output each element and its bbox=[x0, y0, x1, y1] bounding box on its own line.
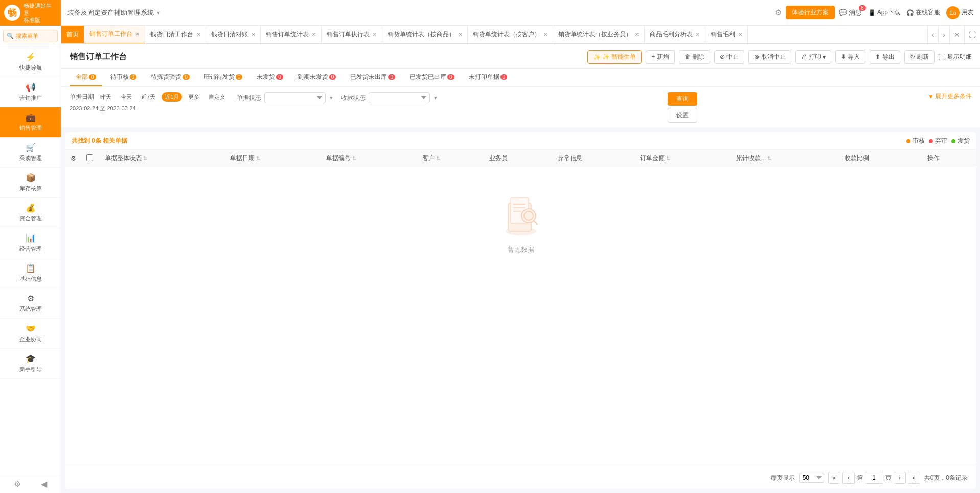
tab-close-sales-stats[interactable]: ✕ bbox=[312, 32, 316, 37]
date-option-昨天[interactable]: 昨天 bbox=[97, 92, 115, 102]
tab-sales-workbench[interactable]: 销售订单工作台✕ bbox=[84, 26, 145, 44]
tab-close-gross-profit[interactable]: ✕ bbox=[696, 32, 700, 37]
collapse-icon[interactable]: ◀ bbox=[41, 479, 47, 489]
messages-btn[interactable]: 💬 消息 6 bbox=[839, 8, 862, 17]
show-detail-checkbox[interactable] bbox=[939, 54, 945, 60]
date-option-今天[interactable]: 今天 bbox=[118, 92, 135, 102]
subtab-not-shipped[interactable]: 未发货0 bbox=[250, 69, 289, 86]
tab-sales-single-customer[interactable]: 销货单统计表（按客户）✕ bbox=[468, 26, 553, 44]
tab-close-cash-daily[interactable]: ✕ bbox=[196, 32, 200, 37]
tab-gross-profit[interactable]: 商品毛利分析表✕ bbox=[645, 26, 705, 44]
tab-sales-exec[interactable]: 销售订单执行表✕ bbox=[322, 26, 382, 44]
review-dot bbox=[906, 139, 910, 143]
sidebar-item-system[interactable]: ⚙系统管理 bbox=[0, 288, 61, 319]
subtab-shipped-not-out[interactable]: 已发货未出库0 bbox=[344, 69, 401, 86]
setting-btn[interactable]: 设置 bbox=[668, 108, 697, 123]
online-service-btn[interactable]: 🎧 在线客服 bbox=[906, 8, 940, 17]
sidebar-item-inventory[interactable]: 📦库存核算 bbox=[0, 168, 61, 198]
subtab-shipped-out[interactable]: 已发货已出库0 bbox=[403, 69, 461, 86]
tab-close-sales-exec[interactable]: ✕ bbox=[373, 32, 377, 37]
review-btn[interactable]: 审核 bbox=[906, 137, 925, 145]
amount-sort-btn[interactable]: 订单金额 bbox=[640, 154, 726, 163]
tab-close-sales-single-staff[interactable]: ✕ bbox=[635, 32, 639, 37]
delete-btn[interactable]: 🗑 删除 bbox=[679, 50, 710, 64]
status-select[interactable] bbox=[264, 92, 326, 103]
tab-close-all-btn[interactable]: ✕ bbox=[949, 26, 964, 44]
sidebar-item-marketing[interactable]: 📢营销推广 bbox=[0, 77, 61, 107]
cancel-review-btn[interactable]: 弃审 bbox=[929, 137, 947, 145]
experience-btn[interactable]: 体验行业方案 bbox=[786, 6, 835, 19]
tab-close-sales-profit[interactable]: ✕ bbox=[738, 32, 742, 37]
column-config-icon[interactable]: ⚙ bbox=[71, 155, 76, 162]
print-btn[interactable]: 🖨 打印 ▾ bbox=[795, 50, 831, 64]
payment-select[interactable] bbox=[369, 92, 430, 103]
next-page-btn[interactable]: › bbox=[894, 472, 906, 484]
sidebar-item-quick-nav[interactable]: ⚡快捷导航 bbox=[0, 47, 61, 77]
sidebar-item-finance[interactable]: 💰资金管理 bbox=[0, 198, 61, 228]
topbar-dropdown-icon[interactable]: ▾ bbox=[157, 9, 160, 16]
show-detail-toggle[interactable]: 显示明细 bbox=[939, 53, 972, 61]
subtab-not-printed[interactable]: 未打印单据0 bbox=[463, 69, 514, 86]
tab-close-sales-workbench[interactable]: ✕ bbox=[135, 31, 140, 37]
tab-close-sales-single-product[interactable]: ✕ bbox=[458, 32, 462, 37]
query-btn[interactable]: 查询 bbox=[668, 92, 697, 106]
tab-close-cash-reconcile[interactable]: ✕ bbox=[251, 32, 255, 37]
date-option-近7天[interactable]: 近7天 bbox=[138, 92, 158, 102]
table-scroll[interactable]: ⚙ 单据整体状态 单据日期 单 bbox=[65, 150, 976, 466]
tab-home[interactable]: 首页 bbox=[61, 26, 84, 44]
tab-next-btn[interactable]: › bbox=[938, 26, 949, 44]
tab-sales-profit[interactable]: 销售毛利✕ bbox=[705, 26, 748, 44]
search-menu-button[interactable]: 🔍 搜索菜单 bbox=[3, 30, 58, 42]
user-menu[interactable]: Ea 用友 bbox=[946, 6, 974, 19]
subtab-wangpu-ship[interactable]: 旺铺待发货0 bbox=[198, 69, 249, 86]
tab-sales-stats[interactable]: 销售订单统计表✕ bbox=[261, 26, 322, 44]
customer-sort-btn[interactable]: 客户 bbox=[422, 154, 479, 163]
import-btn[interactable]: ⬇ 导入 bbox=[835, 50, 865, 64]
tab-cash-reconcile[interactable]: 钱货日清对账✕ bbox=[206, 26, 261, 44]
sidebar-item-guide[interactable]: 🎓新手引导 bbox=[0, 349, 61, 379]
collected-sort-btn[interactable]: 累计收款... bbox=[736, 154, 834, 163]
status-dropdown-icon: ▾ bbox=[330, 95, 333, 101]
page-size-select[interactable]: 10 20 50 100 bbox=[799, 473, 824, 483]
col-config: ⚙ bbox=[65, 150, 81, 167]
date-option-更多[interactable]: 更多 bbox=[185, 92, 202, 102]
date-option-自定义[interactable]: 自定义 bbox=[206, 92, 229, 102]
tab-cash-daily[interactable]: 钱货日清工作台✕ bbox=[145, 26, 206, 44]
tab-fullscreen-btn[interactable]: ⛶ bbox=[964, 26, 980, 44]
tab-close-sales-single-customer[interactable]: ✕ bbox=[543, 32, 548, 37]
date-sort-btn[interactable]: 单据日期 bbox=[230, 154, 316, 163]
app-download-btn[interactable]: 📱 App下载 bbox=[868, 8, 900, 17]
stop-btn[interactable]: ⊘ 中止 bbox=[714, 50, 744, 64]
add-btn[interactable]: + 新增 bbox=[646, 50, 674, 64]
subtab-all[interactable]: 全部0 bbox=[70, 69, 102, 86]
subtab-pending-inspect[interactable]: 待拣货验货0 bbox=[145, 69, 196, 86]
cancel-stop-btn[interactable]: ⊗ 取消中止 bbox=[748, 50, 791, 64]
sidebar-item-basic-info[interactable]: 📋基础信息 bbox=[0, 258, 61, 288]
status-sort-btn[interactable]: 单据整体状态 bbox=[105, 154, 220, 163]
number-sort-btn[interactable]: 单据编号 bbox=[326, 154, 412, 163]
date-option-近1月[interactable]: 近1月 bbox=[162, 92, 182, 102]
tab-sales-single-staff[interactable]: 销货单统计表（按业务员）✕ bbox=[553, 26, 645, 44]
last-page-btn[interactable]: » bbox=[908, 472, 920, 484]
subtab-pending-review[interactable]: 待审核0 bbox=[104, 69, 143, 86]
expand-filter-btn[interactable]: ▼ 展开更多条件 bbox=[928, 92, 972, 101]
topbar-gear-icon[interactable]: ⚙ bbox=[774, 8, 782, 17]
sidebar-item-sales[interactable]: 💼销售管理 bbox=[0, 107, 61, 138]
select-all-checkbox[interactable] bbox=[86, 154, 93, 161]
export-btn[interactable]: ⬆ 导出 bbox=[870, 50, 900, 64]
marketing-icon: 📢 bbox=[26, 82, 36, 92]
sidebar-item-cooperation[interactable]: 🤝企业协同 bbox=[0, 319, 61, 349]
tab-sales-single-product[interactable]: 销货单统计表（按商品）✕ bbox=[382, 26, 468, 44]
ship-btn[interactable]: 发货 bbox=[951, 137, 970, 145]
purchase-icon: 🛒 bbox=[26, 143, 36, 152]
sidebar-item-operations[interactable]: 📊经营管理 bbox=[0, 228, 61, 258]
first-page-btn[interactable]: « bbox=[828, 472, 840, 484]
sidebar-item-purchase[interactable]: 🛒采购管理 bbox=[0, 138, 61, 168]
page-input[interactable] bbox=[865, 472, 883, 484]
smart-create-btn[interactable]: ✨ ✨ 智能生单 bbox=[587, 50, 642, 64]
tab-prev-btn[interactable]: ‹ bbox=[927, 26, 939, 44]
settings-icon[interactable]: ⚙ bbox=[14, 479, 21, 489]
subtab-overdue-ship[interactable]: 到期未发货0 bbox=[291, 69, 343, 86]
prev-page-btn[interactable]: ‹ bbox=[842, 472, 855, 484]
refresh-btn[interactable]: ↻ 刷新 bbox=[904, 50, 935, 64]
